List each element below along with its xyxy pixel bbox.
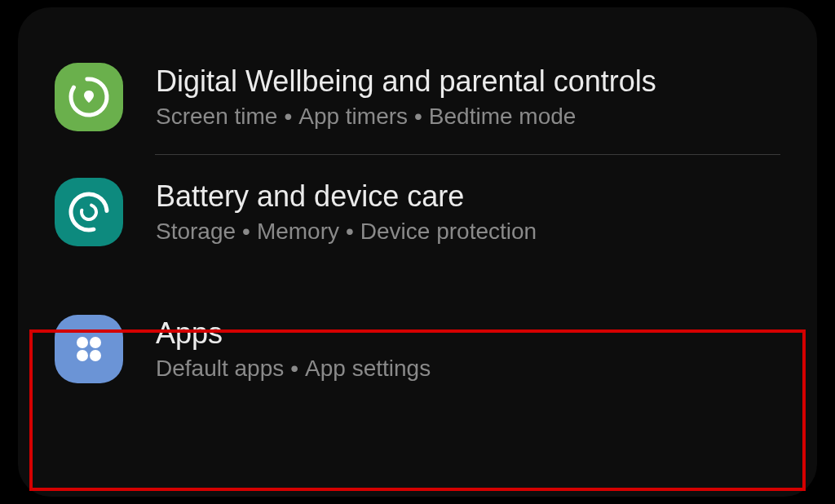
item-subtitle: Storage•Memory•Device protection — [156, 219, 780, 245]
device-care-icon — [55, 178, 123, 246]
item-subtitle: Default apps•App settings — [156, 356, 780, 382]
item-content: Digital Wellbeing and parental controls … — [156, 64, 780, 130]
settings-list: Digital Wellbeing and parental controls … — [18, 7, 817, 497]
svg-point-1 — [66, 189, 112, 235]
wellbeing-icon — [55, 63, 123, 131]
settings-item-digital-wellbeing[interactable]: Digital Wellbeing and parental controls … — [18, 40, 817, 154]
svg-point-4 — [77, 337, 88, 348]
svg-point-6 — [77, 350, 88, 361]
item-title: Digital Wellbeing and parental controls — [156, 64, 780, 99]
item-content: Battery and device care Storage•Memory•D… — [156, 179, 780, 245]
apps-icon — [55, 315, 123, 383]
item-title: Battery and device care — [156, 179, 780, 214]
item-content: Apps Default apps•App settings — [156, 316, 780, 382]
item-subtitle: Screen time•App timers•Bedtime mode — [156, 104, 780, 130]
settings-item-battery-device-care[interactable]: Battery and device care Storage•Memory•D… — [18, 155, 817, 269]
svg-point-5 — [90, 337, 101, 348]
settings-item-apps[interactable]: Apps Default apps•App settings — [18, 292, 817, 406]
svg-point-7 — [90, 350, 101, 361]
svg-point-2 — [79, 202, 99, 223]
item-title: Apps — [156, 316, 780, 351]
